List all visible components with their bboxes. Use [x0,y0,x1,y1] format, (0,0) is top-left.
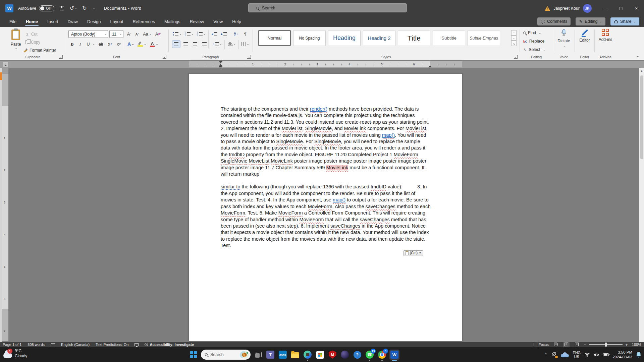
tab-insert[interactable]: Insert [43,17,62,26]
print-layout-button[interactable] [563,342,570,347]
multilevel-list-button[interactable]: ⌄ [196,30,206,38]
underline-options-button[interactable]: ⌄ [91,40,95,48]
quick-access-menu-button[interactable]: ⌄ [92,7,95,10]
user-name[interactable]: Jaspreet Kour [553,6,580,11]
minimize-button[interactable]: — [598,0,613,16]
wifi-icon[interactable] [584,353,590,357]
gallery-scroll-up-button[interactable]: ⌃ [511,30,517,36]
edge-app[interactable] [303,350,313,360]
decrease-indent-button[interactable] [210,30,219,38]
titlebar-search-box[interactable]: Search [248,3,407,12]
notification-bell-icon[interactable] [636,352,641,358]
shading-button[interactable]: ⌄ [226,40,237,48]
select-button[interactable]: ↖ Select ⌄ [523,46,545,53]
style-subtitle[interactable]: Subtitle [433,30,465,46]
paste-options-button[interactable]: (Ctrl) ▼ [404,250,423,256]
zoom-out-button[interactable]: − [584,342,587,347]
tab-mailings[interactable]: Mailings [160,17,184,26]
close-button[interactable]: × [629,0,644,16]
first-line-indent-marker[interactable] [219,61,222,63]
start-button[interactable] [189,350,199,360]
mcafee-app[interactable]: M [327,350,337,360]
save-button[interactable] [60,6,64,10]
style-subtle-emphasis[interactable]: Subtle Emphas [468,30,500,46]
vertical-scrollbar[interactable]: ▲ [639,68,644,342]
find-button[interactable]: Find ⌄ [523,29,541,36]
editing-mode-button[interactable]: ✎ Editing ⌄ [576,17,605,25]
taskbar-search[interactable]: Search [201,350,251,360]
volume-muted-icon[interactable] [594,353,599,357]
gallery-scroll-down-button[interactable]: ⌄ [511,36,517,41]
tab-stop-selector[interactable]: L [3,62,8,67]
font-dialog-launcher[interactable] [163,55,166,59]
whatsapp-app[interactable]: ☎13 [365,350,375,360]
clear-formatting-button[interactable]: A◤ [154,30,162,38]
myhp-app[interactable]: myhp [278,350,288,360]
bullets-button[interactable]: ⌄ [172,30,182,38]
font-size-combo[interactable]: 11 ⌄ [109,30,123,38]
avatar[interactable]: JK [583,4,592,13]
language-switcher[interactable]: ENG US [573,351,581,359]
font-color-button[interactable]: A⌄ [149,40,159,48]
right-indent-marker[interactable] [428,65,432,67]
paragraph-dialog-launcher[interactable] [247,55,251,59]
clock[interactable]: 3:50 PM 2024-03-03 [612,350,632,359]
teams-app[interactable]: T [265,350,275,360]
warning-icon[interactable] [545,6,550,11]
style-normal[interactable]: Normal [258,30,291,46]
editor-button[interactable]: Editor [576,29,593,43]
weather-widget[interactable]: 1 9°C Cloudy [3,349,27,359]
paste-button[interactable]: Paste ⌄ [7,29,25,54]
superscript-button[interactable]: x2 [115,40,123,48]
styles-dialog-launcher[interactable] [514,55,518,59]
cut-button[interactable]: ✂ Cut [25,31,38,38]
text-predictions-indicator[interactable]: Text Predictions: On [96,343,128,347]
tab-design[interactable]: Design [83,17,105,26]
microsoft-store-app[interactable] [315,350,325,360]
autosave-toggle[interactable]: Off [39,5,54,11]
tab-help[interactable]: Help [228,17,245,26]
style-no-spacing[interactable]: No Spacing [293,30,326,46]
onedrive-icon[interactable] [561,352,569,357]
copy-button[interactable]: Copy [25,39,40,46]
change-case-button[interactable]: Aa⌄ [142,30,152,38]
tab-review[interactable]: Review [186,17,208,26]
redo-button[interactable]: ↻ [82,5,87,11]
tab-home[interactable]: Home [22,17,42,26]
sort-button[interactable]: AZ↓ [232,30,240,38]
increase-indent-button[interactable] [220,30,228,38]
addins-button[interactable]: Add-ins [597,29,614,42]
align-center-button[interactable] [181,40,190,48]
align-right-button[interactable] [191,40,199,48]
read-mode-button[interactable] [553,342,559,347]
page-indicator[interactable]: Page 1 of 1 [3,343,21,347]
document-page[interactable]: The starting of the components and their… [189,74,462,341]
word-count[interactable]: 305 words [28,343,45,347]
format-painter-button[interactable]: Format Painter [23,47,56,54]
font-name-combo[interactable]: Aptos (Body) ⌄ [68,30,108,38]
language-indicator[interactable]: English (Canada) [61,343,90,347]
show-formatting-button[interactable]: ¶ [241,30,250,38]
word-app[interactable]: W [389,350,399,360]
zoom-in-button[interactable]: + [625,342,628,347]
scrollbar-thumb[interactable] [640,75,643,159]
task-view-button[interactable] [253,350,263,360]
borders-button[interactable]: ⌄ [240,40,251,48]
accessibility-status[interactable]: Accessibility: Investigate [145,343,194,347]
subscript-button[interactable]: x2 [106,40,114,48]
tray-overflow-button[interactable]: ⌃ [544,353,547,357]
clipboard-dialog-launcher[interactable] [59,55,63,59]
style-title[interactable]: Title [398,30,430,46]
tab-file[interactable]: File [5,17,20,26]
shrink-font-button[interactable]: Aˇ [133,30,141,38]
focus-button[interactable]: Focus [534,343,549,347]
tab-view[interactable]: View [209,17,227,26]
underline-button[interactable]: U [85,40,92,48]
display-settings-button[interactable] [135,343,139,346]
share-button[interactable]: Share ⌄ [610,17,639,25]
comments-button[interactable]: Comments [537,17,571,25]
maximize-button[interactable]: □ [613,0,629,16]
sync-status-button[interactable] [551,351,557,358]
get-help-app[interactable]: ? [352,350,362,360]
scroll-up-arrow[interactable]: ▲ [639,69,644,72]
